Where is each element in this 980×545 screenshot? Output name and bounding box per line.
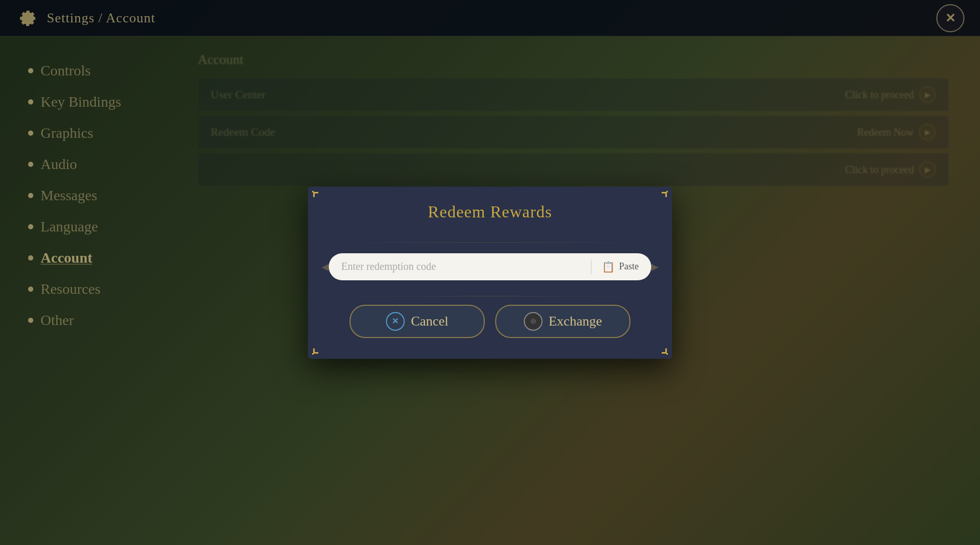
input-divider bbox=[591, 259, 591, 274]
corner-decoration-br bbox=[653, 340, 668, 355]
paste-button[interactable]: 📋 Paste bbox=[598, 258, 643, 275]
top-divider bbox=[324, 242, 656, 243]
corner-decoration-bl bbox=[312, 340, 327, 355]
exchange-icon: ◎ bbox=[524, 312, 543, 331]
divider-line-right bbox=[490, 242, 656, 243]
cancel-icon: ✕ bbox=[386, 312, 405, 331]
corner-decoration-tr bbox=[653, 191, 668, 205]
divider-line-right bbox=[490, 296, 656, 296]
exchange-button[interactable]: ◎ Exchange bbox=[495, 305, 630, 338]
modal-buttons: ✕ Cancel ◎ Exchange bbox=[329, 305, 651, 338]
input-arrow-right-icon: ▶ bbox=[651, 261, 659, 272]
corner-decoration-tl bbox=[312, 191, 327, 205]
redeem-rewards-modal: Redeem Rewards ◀ 📋 Paste ▶ ✕ Canc bbox=[308, 187, 672, 359]
modal-backdrop: Redeem Rewards ◀ 📋 Paste ▶ ✕ Canc bbox=[0, 0, 980, 545]
divider-line-left bbox=[324, 242, 490, 243]
exchange-label: Exchange bbox=[549, 314, 602, 329]
svg-rect-1 bbox=[666, 191, 668, 192]
svg-rect-0 bbox=[312, 191, 314, 192]
input-arrow-left-icon: ◀ bbox=[321, 261, 329, 272]
redemption-input-wrapper: ◀ 📋 Paste ▶ bbox=[329, 253, 651, 280]
cancel-button[interactable]: ✕ Cancel bbox=[350, 305, 485, 338]
svg-rect-3 bbox=[666, 353, 668, 355]
bottom-divider bbox=[324, 296, 656, 296]
redemption-code-input[interactable] bbox=[341, 261, 585, 272]
modal-title: Redeem Rewards bbox=[329, 202, 651, 222]
divider-line-left bbox=[324, 296, 490, 296]
svg-rect-2 bbox=[312, 353, 314, 355]
cancel-label: Cancel bbox=[411, 314, 448, 329]
paste-label: Paste bbox=[619, 261, 639, 272]
clipboard-icon: 📋 bbox=[602, 261, 615, 273]
